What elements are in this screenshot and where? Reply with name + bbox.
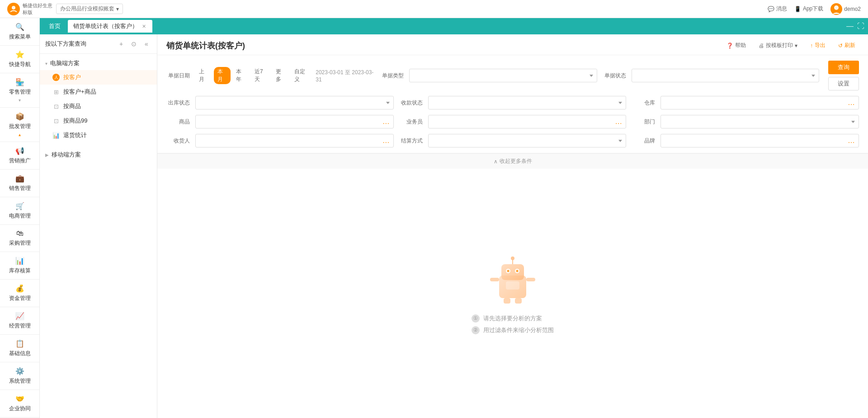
out-status-label: 出库状态: [166, 99, 190, 107]
tab-sales-stat[interactable]: 销货单统计表（按客户） ✕: [68, 20, 152, 33]
mobile-scheme-group-title[interactable]: ▶ 移动端方案: [40, 148, 157, 162]
salesperson-label: 业务员: [399, 118, 423, 126]
sidebar-item-enterprise-label: 企业协同: [9, 405, 31, 413]
receiver-input[interactable]: …: [195, 134, 394, 147]
date-tab-last-month[interactable]: 上月: [195, 67, 212, 84]
pc-scheme-group-title[interactable]: ▾ 电脑端方案: [40, 57, 157, 70]
goods-input[interactable]: …: [195, 115, 394, 128]
brand-input[interactable]: …: [660, 134, 859, 147]
maximize-btn[interactable]: ⛶: [857, 22, 864, 30]
system-icon: ⚙️: [15, 367, 24, 375]
tip-text-1: 请先选择要分析的方案: [483, 314, 542, 323]
page-content: 按以下方案查询 + ⊙ « ▾ 电脑端方案: [40, 34, 868, 418]
collapse-bar[interactable]: ∧ 收起更多条件: [157, 153, 868, 169]
filter-row-4: 收货人 … 结算方式 品牌 …: [166, 134, 859, 147]
refresh-btn[interactable]: ↺ 刷新: [835, 40, 859, 51]
left-panel-title: 按以下方案查询: [45, 40, 86, 48]
empty-tips: ① 请先选择要分析的方案 ② 用过滤条件来缩小分析范围: [472, 314, 554, 334]
title-actions: ❓ 帮助 🖨 按模板打印 ▾ ↑ 导出 ↺: [723, 40, 859, 51]
doc-type-dropdown-icon: [590, 75, 593, 77]
minimize-btn[interactable]: —: [846, 22, 854, 30]
sidebar-item-enterprise[interactable]: 🤝 企业协同: [0, 390, 39, 418]
tip-num-2: ②: [472, 326, 480, 334]
by-customer-icon: 人: [52, 74, 60, 81]
date-tab-custom[interactable]: 自定义: [291, 67, 312, 84]
sidebar-item-system[interactable]: ⚙️ 系统管理: [0, 362, 39, 390]
empty-tip-2: ② 用过滤条件来缩小分析范围: [472, 326, 554, 334]
salesperson-input[interactable]: …: [428, 115, 627, 128]
tip-num-1: ①: [472, 314, 480, 323]
sidebar-item-retail[interactable]: 🏪 零售管理 ▾: [0, 73, 39, 108]
sidebar-item-inventory[interactable]: 📊 库存核算: [0, 252, 39, 280]
header-title[interactable]: 办公用品行业模拟账套 ▾: [56, 4, 123, 14]
query-btn[interactable]: 查询: [828, 61, 859, 74]
retail-icon: 🏪: [15, 78, 24, 86]
salesperson-dots: …: [615, 118, 622, 126]
doc-type-label: 单据类型: [380, 72, 404, 80]
add-scheme-btn[interactable]: +: [116, 39, 126, 49]
message-btn[interactable]: 💬 消息: [768, 5, 787, 13]
avatar: [830, 3, 842, 15]
app-download-btn[interactable]: 📱 App下载: [794, 5, 823, 13]
return-stat-icon: 📊: [52, 132, 60, 139]
collapse-panel-btn[interactable]: «: [142, 39, 151, 49]
sidebar-item-wholesale[interactable]: 📦 批发管理 ▴: [0, 108, 39, 142]
sidebar-item-sales[interactable]: 💼 销售管理: [0, 170, 39, 197]
collapse-up-icon: ∧: [494, 158, 498, 165]
sidebar-item-purchase[interactable]: 🛍 采购管理: [0, 225, 39, 252]
sidebar-item-search-label: 搜索菜单: [9, 33, 31, 41]
doc-status-select[interactable]: [632, 69, 819, 82]
sidebar-item-marketing[interactable]: 📢 营销推广: [0, 142, 39, 170]
settings-btn[interactable]: 设置: [828, 77, 859, 90]
operation-icon: 📈: [15, 312, 24, 320]
pc-scheme-group: ▾ 电脑端方案 人 按客户 ⊞ 按客户+商品 ⊡: [40, 54, 157, 145]
date-tab-this-year[interactable]: 本年: [232, 67, 249, 84]
settlement-select[interactable]: [428, 134, 627, 147]
date-tab-7days[interactable]: 近7天: [251, 67, 270, 84]
sidebar-item-operation[interactable]: 📈 经营管理: [0, 307, 39, 335]
scheme-item-by-goods-99-label: 按商品99: [63, 117, 87, 125]
svg-rect-12: [504, 298, 510, 304]
sidebar-item-search[interactable]: 🔍 搜索菜单: [0, 18, 39, 46]
filter-area: 单据日期 上月 本月 本年 近7天 更多 自定义 2023-03-01 至 20…: [157, 55, 868, 153]
tab-close-btn[interactable]: ✕: [141, 23, 147, 29]
date-tab-this-month[interactable]: 本月: [214, 67, 231, 84]
brand-label: 品牌: [632, 137, 655, 145]
by-goods-99-icon: ⊡: [52, 117, 60, 124]
sidebar-item-ecommerce[interactable]: 🛒 电商管理: [0, 197, 39, 225]
purchase-icon: 🛍: [16, 229, 24, 238]
sidebar-item-basic[interactable]: 📋 基础信息: [0, 335, 39, 362]
inventory-icon: 📊: [15, 256, 24, 265]
logo-icon: [7, 3, 20, 15]
doc-status-dropdown-icon: [811, 75, 815, 77]
sidebar-item-shortcuts[interactable]: ⭐ 快捷导航: [0, 46, 39, 73]
collapse-label: 收起更多条件: [500, 157, 532, 165]
doc-type-select[interactable]: [409, 69, 597, 82]
tab-home[interactable]: 首页: [43, 20, 66, 33]
scheme-item-by-customer-goods[interactable]: ⊞ 按客户+商品: [40, 85, 157, 99]
logo-text: 畅捷信好生意 标版: [23, 2, 52, 15]
goods-label: 商品: [166, 118, 190, 126]
user-menu[interactable]: demo2: [830, 3, 861, 15]
sidebar-item-system-label: 系统管理: [9, 377, 31, 385]
print-btn[interactable]: 🖨 按模板打印 ▾: [755, 40, 801, 51]
svg-point-9: [511, 256, 514, 260]
tab-bar: 首页 销货单统计表（按客户） ✕ — ⛶: [40, 18, 868, 34]
payment-status-select[interactable]: [428, 96, 627, 109]
department-select[interactable]: [660, 115, 859, 128]
by-goods-icon: ⊡: [52, 103, 60, 110]
scheme-item-by-customer[interactable]: 人 按客户: [40, 70, 157, 85]
help-btn[interactable]: ❓ 帮助: [723, 40, 750, 51]
sidebar-item-finance[interactable]: 💰 资金管理: [0, 280, 39, 307]
scheme-item-return-stat[interactable]: 📊 退货统计: [40, 128, 157, 142]
scheme-item-by-goods-99[interactable]: ⊡ 按商品99: [40, 114, 157, 128]
page-title: 销货单统计表(按客户): [166, 40, 245, 51]
export-btn[interactable]: ↑ 导出: [807, 40, 829, 51]
date-tab-more[interactable]: 更多: [272, 67, 289, 84]
settings-scheme-btn[interactable]: ⊙: [129, 39, 139, 49]
ecommerce-icon: 🛒: [15, 202, 24, 210]
out-status-select[interactable]: [195, 96, 394, 109]
warehouse-input[interactable]: …: [660, 96, 859, 109]
scheme-item-by-goods[interactable]: ⊡ 按商品: [40, 99, 157, 114]
scheme-item-return-stat-label: 退货统计: [63, 131, 87, 139]
